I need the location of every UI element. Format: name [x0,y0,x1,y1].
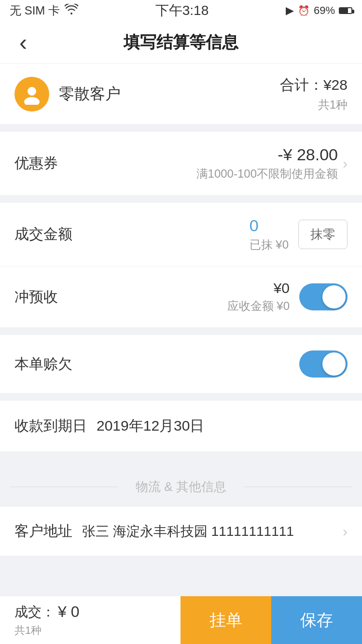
prepay-row: 冲预收 ¥0 应收金额 ¥0 [0,266,362,327]
coupon-chevron-icon: › [343,155,348,172]
bottom-bar: 成交： ¥ 0 共1种 挂单 保存 [0,596,362,644]
coupon-section[interactable]: 优惠券 -¥ 28.00 满1000-100不限制使用金额 › [0,132,362,195]
wifi-icon [65,4,78,17]
debt-label: 本单赊欠 [14,354,72,374]
customer-count: 共1种 [280,97,348,112]
address-section[interactable]: 客户地址 张三 海淀永丰科技园 11111111111 › [0,507,362,556]
customer-avatar [14,77,49,112]
bottom-deal: 成交： ¥ 0 [14,603,166,621]
address-row[interactable]: 客户地址 张三 海淀永丰科技园 11111111111 › [0,507,362,556]
person-icon [21,84,42,105]
prepay-amount: ¥0 [274,280,290,296]
address-value: 张三 海淀永丰科技园 11111111111 [82,522,343,541]
prepay-label: 冲预收 [14,287,58,307]
alarm-icon: ⏰ [298,5,310,16]
coupon-desc: 满1000-100不限制使用金额 [196,166,338,182]
coupon-discount: -¥ 28.00 [196,145,338,164]
bottom-deal-amount: ¥ 0 [58,603,79,621]
address-label: 客户地址 [14,521,72,541]
deal-right: 0 已抹 ¥0 抹零 [250,216,348,252]
address-chevron-icon: › [343,523,348,540]
battery-text: 69% [314,4,335,17]
coupon-label: 优惠券 [14,154,58,173]
prepay-right: ¥0 应收金额 ¥0 [227,280,348,314]
logistics-label: 物流 & 其他信息 [136,478,226,495]
due-date-section: 收款到期日 2019年12月30日 [0,401,362,451]
status-left: 无 SIM 卡 [10,3,78,18]
customer-left: 零散客户 [14,77,121,112]
deal-amount-sub: 已抹 ¥0 [250,237,289,252]
due-date-label: 收款到期日 [14,416,87,436]
logistics-section: 物流 & 其他信息 [0,467,362,507]
status-right: ▶ ⏰ 69% [286,4,352,17]
deal-amount-row: 成交金额 0 已抹 ¥0 抹零 [0,203,362,266]
customer-total: 合计：¥28 [280,75,348,95]
coupon-right: -¥ 28.00 满1000-100不限制使用金额 › [196,145,348,182]
page-title: 填写结算等信息 [124,31,238,54]
deal-amount-label: 成交金额 [14,224,72,244]
back-button[interactable]: ‹ [14,26,32,59]
divider [0,459,362,467]
logistics-line-right [244,487,352,487]
prepay-receivable: 应收金额 ¥0 [227,298,290,314]
bottom-count: 共1种 [14,623,166,638]
debt-toggle[interactable] [299,350,348,378]
no-sim-text: 无 SIM 卡 [10,3,60,18]
bottom-deal-label: 成交： [14,603,55,621]
bottom-info: 成交： ¥ 0 共1种 [0,596,181,644]
svg-point-1 [24,97,40,105]
logistics-line-left [10,487,118,487]
status-bar: 无 SIM 卡 下午3:18 ▶ ⏰ 69% [0,0,362,21]
nav-bar: ‹ 填写结算等信息 [0,21,362,64]
customer-name: 零散客户 [59,84,121,105]
due-date-value: 2019年12月30日 [97,416,204,436]
deal-amount-value: 0 [250,216,289,235]
svg-point-0 [28,87,36,96]
hang-order-button[interactable]: 挂单 [181,596,271,644]
prepay-toggle[interactable] [299,283,348,310]
deal-section: 成交金额 0 已抹 ¥0 抹零 冲预收 ¥0 应收金额 ¥0 [0,203,362,327]
round-off-button[interactable]: 抹零 [298,220,348,249]
debt-row: 本单赊欠 [0,335,362,393]
battery-icon [339,7,352,14]
status-time: 下午3:18 [155,1,209,20]
customer-section: 零散客户 合计：¥28 共1种 [0,64,362,124]
save-button[interactable]: 保存 [271,596,362,644]
debt-section: 本单赊欠 [0,335,362,393]
location-icon: ▶ [286,4,294,17]
customer-right: 合计：¥28 共1种 [280,75,348,112]
